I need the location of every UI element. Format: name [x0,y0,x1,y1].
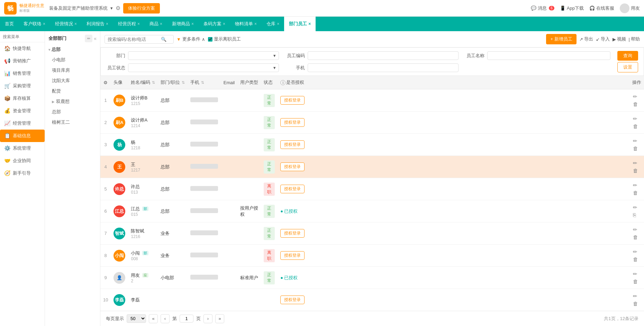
more-filter-btn[interactable]: ▼ 更多条件 ∧ [176,36,205,42]
sidebar-item-collab[interactable]: 🤝企业协同 [0,155,45,167]
nav-item-barcode[interactable]: 条码方案 × [199,17,230,31]
delete-btn[interactable]: 🗑 [632,123,639,130]
edit-btn[interactable]: ✏ [632,182,638,189]
first-page-btn[interactable]: « [149,314,158,323]
sidebar-item-guide[interactable]: 🧭新手引导 [0,167,45,179]
filter-name-input[interactable] [487,51,610,60]
view-btn[interactable]: ▶ 视频 [613,36,626,42]
dept-edit-btn[interactable]: ✏ [85,35,92,42]
filter-phone-input[interactable] [308,63,459,72]
nav-item-bom[interactable]: 物料清单 × [230,17,262,31]
dept-item-shuanglu[interactable]: ▶ 双鹿想 [45,96,100,107]
delete-btn[interactable]: 🗑 [632,100,639,108]
page-size-select[interactable]: 50 20 100 [127,314,146,323]
th-phone[interactable]: 手机 ⇅ [188,76,221,89]
prev-page-btn[interactable]: ‹ [161,314,170,323]
edit-btn[interactable]: ✏ [632,137,638,145]
nav-item-home[interactable]: 首页 [0,17,19,31]
export-btn[interactable]: ↗ 导出 [579,36,593,42]
delete-btn[interactable]: 🗑 [632,167,639,174]
sidebar-item-quicknav[interactable]: 🏠快捷导航 [0,42,45,55]
nav-item-goods[interactable]: 商品 × [145,17,167,31]
page-input[interactable] [180,315,193,323]
show-resigned-checkbox[interactable] [208,37,212,42]
dept-item-shenyang[interactable]: 沈阳大库 [45,76,100,86]
auth-login-btn[interactable]: 授权登录 [280,118,305,127]
copy-btn[interactable]: ⎘ [632,211,637,219]
nav-item-dept-employee[interactable]: 部门员工 × [284,17,316,31]
edit-btn[interactable]: ✏ [632,93,638,100]
edit-btn[interactable]: ✏ [632,204,638,211]
dept-collapse-btn[interactable]: « [94,36,97,41]
nav-item-operation[interactable]: 经营情况 × [50,17,82,31]
sidebar-item-basic[interactable]: 📋基础信息 [0,130,45,142]
filter-code-input[interactable] [308,51,459,60]
sidebar-item-sales[interactable]: 📊销售管理 [0,67,45,80]
dept-item-projectroom[interactable]: 项目库房 [45,65,100,76]
add-employee-btn[interactable]: + 新增员工 [546,34,576,44]
delete-btn[interactable]: 🗑 [632,234,639,241]
th-name[interactable]: 姓名/编码 ⇅ [128,76,158,89]
nav-item-history[interactable]: 经营历程 × [113,17,145,31]
edit-btn[interactable]: ✏ [632,292,638,300]
app-download-btn[interactable]: 📱 App下载 [560,5,584,11]
sidebar-search-input[interactable] [3,34,45,39]
sidebar-item-biz[interactable]: 📈经营管理 [0,117,45,130]
delete-btn[interactable]: 🗑 [632,300,639,307]
nav-item-customer[interactable]: 客户联络 × [19,17,50,31]
basic-icon: 📋 [4,133,11,139]
toolbar-right: + 新增员工 ↗ 导出 ↙ 导入 ▶ 视频 | 帮助 [546,34,640,44]
filter-status-select[interactable]: ▾ [128,63,279,72]
trial-btn[interactable]: 体验行业方案 [123,3,160,14]
auth-login-btn[interactable]: 授权登录 [280,162,305,171]
delete-btn[interactable]: 🗑 [632,145,639,152]
dept-item-peihuo[interactable]: 配货 [45,86,100,96]
dept-all-label[interactable]: 全部部门 [48,35,83,42]
help-btn[interactable]: | 帮助 [629,36,640,42]
nav-item-profit[interactable]: 利润报告 × [82,17,113,31]
edit-btn[interactable]: ✏ [632,115,638,123]
next-page-btn[interactable]: › [203,314,212,323]
sidebar-item-purchase[interactable]: 🛒采购管理 [0,80,45,92]
auth-login-btn[interactable]: 授权登录 [280,140,305,149]
nav-item-add-goods[interactable]: 新增商品 × [167,17,199,31]
edit-btn[interactable]: ✏ [632,159,638,167]
dept-item-zhishu[interactable]: 植树王二 [45,117,100,127]
sidebar-item-system[interactable]: ⚙️系统管理 [0,142,45,155]
delete-btn[interactable]: 🗑 [632,256,639,263]
show-resigned-label[interactable]: 显示离职员工 [208,36,241,42]
auth-login-btn[interactable]: 授权登录 [280,296,305,304]
user-btn[interactable]: 用友 [620,3,640,13]
info-icon[interactable]: ℹ [280,80,285,85]
dept-item-zongbu2[interactable]: 总部 [45,107,100,117]
query-btn[interactable]: 查询 [617,51,638,61]
nav-item-warehouse[interactable]: 仓库 × [262,17,284,31]
sidebar-item-inventory[interactable]: 📦库存核算 [0,92,45,105]
row-avatar: 智斌 [111,222,128,245]
sys-dropdown-btn[interactable]: ▾ [110,6,113,11]
set-btn[interactable]: 设置 [617,62,638,72]
delete-btn[interactable]: 🗑 [632,278,639,285]
delete-btn[interactable]: 🗑 [632,189,639,196]
search-input[interactable] [108,37,160,42]
filter-dept-select[interactable]: ▾ [128,51,279,60]
gear-btn[interactable]: ⚙ [116,5,120,11]
last-page-btn[interactable]: » [215,314,224,323]
auth-login-btn[interactable]: 授权登录 [280,185,305,193]
sidebar-item-marketing[interactable]: 📢营销推广 [0,55,45,67]
auth-login-btn[interactable]: 授权登录 [280,251,305,260]
service-btn[interactable]: 🎧 在线客服 [589,5,614,11]
row-status: 正常 [261,200,278,222]
edit-btn[interactable]: ✏ [632,226,638,234]
th-dept[interactable]: 部门/职位 ⇅ [158,76,188,89]
auth-login-btn[interactable]: 授权登录 [280,229,305,238]
dept-item-xiaodibu[interactable]: 小电部 [45,55,100,65]
th-settings[interactable]: ⚙ [100,76,111,89]
edit-btn[interactable]: ✏ [632,248,638,256]
sidebar-item-finance[interactable]: 💰资金管理 [0,105,45,117]
import-btn[interactable]: ↙ 导入 [596,36,610,42]
msg-btn[interactable]: 💬 消息 6 [531,5,554,11]
edit-btn[interactable]: ✏ [632,270,638,278]
auth-login-btn[interactable]: 授权登录 [280,96,305,105]
dept-item-zongbu[interactable]: ▾ 总部 [45,44,100,55]
